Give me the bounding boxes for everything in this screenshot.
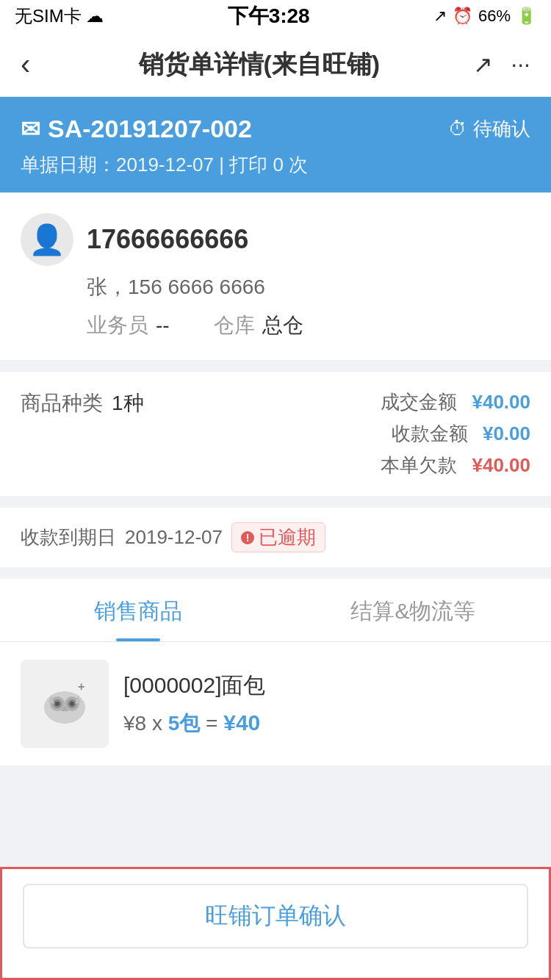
svg-point-5 (55, 702, 60, 706)
status-bar: 无SIM卡 ☁ 下午3:28 ↗ ⏰ 66% 🔋 (0, 0, 551, 32)
svg-text:+: + (78, 682, 84, 693)
customer-meta: 业务员 -- 仓库 总仓 (87, 311, 530, 339)
deal-amount-value: ¥40.00 (472, 391, 530, 414)
product-image: + (21, 660, 109, 748)
svg-point-6 (70, 702, 74, 706)
overdue-text: 已逾期 (259, 525, 316, 550)
user-icon: 👤 (29, 223, 65, 257)
price-separator-1: x (152, 712, 168, 735)
header-card: ✉ SA-20191207-002 ⏱ 待确认 单据日期：2019-12-07 … (0, 97, 551, 192)
confirm-button-wrap: 旺铺订单确认 (0, 867, 551, 980)
owed-amount-value: ¥40.00 (472, 454, 530, 477)
status-badge: ⏱ 待确认 (448, 116, 530, 142)
deal-amount-label: 成交金额 (381, 389, 457, 415)
price-base: ¥8 (123, 712, 146, 735)
no-sim-text: 无SIM卡 ☁ (15, 4, 104, 28)
divider-2 (0, 496, 551, 508)
page-title: 销货单详情(来自旺铺) (45, 48, 473, 82)
email-icon: ✉ (21, 115, 40, 143)
status-right: ↗ ⏰ 66% 🔋 (433, 7, 536, 26)
summary-amounts: 成交金额 ¥40.00 收款金额 ¥0.00 本单欠款 ¥40.00 (381, 389, 530, 478)
battery-text: 66% (478, 7, 511, 26)
product-logo: + (35, 682, 94, 726)
status-time: 下午3:28 (228, 2, 310, 30)
share-button[interactable]: ↗ (473, 51, 493, 79)
overdue-icon: ! (241, 531, 254, 544)
owed-amount-label: 本单欠款 (381, 453, 457, 478)
product-type: 商品种类 1种 (21, 389, 144, 417)
tab-settlement-logistics[interactable]: 结算&物流等 (276, 579, 551, 641)
order-id-text: SA-20191207-002 (48, 115, 252, 143)
clock-icon: ⏱ (448, 118, 467, 140)
order-meta: 单据日期：2019-12-07 | 打印 0 次 (21, 152, 530, 178)
order-id: ✉ SA-20191207-002 (21, 115, 252, 143)
back-button[interactable]: ‹ (21, 48, 45, 81)
alarm-icon: ⏰ (453, 7, 472, 26)
confirm-order-button[interactable]: 旺铺订单确认 (23, 884, 528, 948)
nav-actions: ↗ ··· (473, 51, 530, 79)
warehouse-label: 仓库 (214, 311, 255, 339)
payment-due-label: 收款到期日 (21, 525, 116, 550)
status-left: 无SIM卡 ☁ (15, 4, 104, 28)
product-type-value: 1种 (112, 389, 144, 417)
customer-phone: 17666666666 (87, 224, 248, 255)
product-name: [0000002]面包 (123, 671, 530, 701)
tab-bar: 销售商品 结算&物流等 (0, 579, 551, 642)
salesperson-value: -- (156, 314, 170, 337)
product-type-label: 商品种类 (21, 389, 103, 417)
summary-card: 商品种类 1种 成交金额 ¥40.00 收款金额 ¥0.00 本单欠款 ¥40.… (0, 372, 551, 496)
product-price-formula: ¥8 x 5包 = ¥40 (123, 710, 530, 738)
tab-sales-products[interactable]: 销售商品 (0, 579, 276, 641)
payment-due-card: 收款到期日 2019-12-07 ! 已逾期 (0, 508, 551, 567)
warehouse-value: 总仓 (262, 311, 303, 339)
nav-bar: ‹ 销货单详情(来自旺铺) ↗ ··· (0, 32, 551, 97)
deal-amount: 成交金额 ¥40.00 (381, 389, 530, 415)
status-text: 待确认 (473, 116, 530, 142)
divider-1 (0, 360, 551, 372)
customer-card: 👤 17666666666 张，156 6666 6666 业务员 -- 仓库 … (0, 192, 551, 360)
product-info: [0000002]面包 ¥8 x 5包 = ¥40 (123, 671, 530, 738)
overdue-badge: ! 已逾期 (231, 522, 325, 552)
received-amount-label: 收款金额 (392, 421, 468, 447)
payment-due-date: 2019-12-07 (125, 526, 223, 549)
avatar: 👤 (21, 213, 73, 266)
location-icon: ↗ (433, 7, 447, 26)
divider-3 (0, 567, 551, 579)
customer-name: 张，156 6666 6666 (87, 273, 530, 301)
price-total: ¥40 (223, 710, 260, 735)
battery-icon: 🔋 (516, 7, 536, 26)
product-card: + [0000002]面包 ¥8 x 5包 = ¥40 (0, 642, 551, 765)
warehouse-item: 仓库 总仓 (214, 311, 303, 339)
owed-amount: 本单欠款 ¥40.00 (381, 453, 530, 478)
received-amount-value: ¥0.00 (483, 422, 530, 445)
received-amount: 收款金额 ¥0.00 (392, 421, 530, 447)
more-button[interactable]: ··· (511, 51, 530, 78)
salesperson-label: 业务员 (87, 311, 148, 339)
price-quantity: 5包 (168, 712, 201, 735)
salesperson-item: 业务员 -- (87, 311, 170, 339)
price-separator-2: = (206, 712, 223, 735)
